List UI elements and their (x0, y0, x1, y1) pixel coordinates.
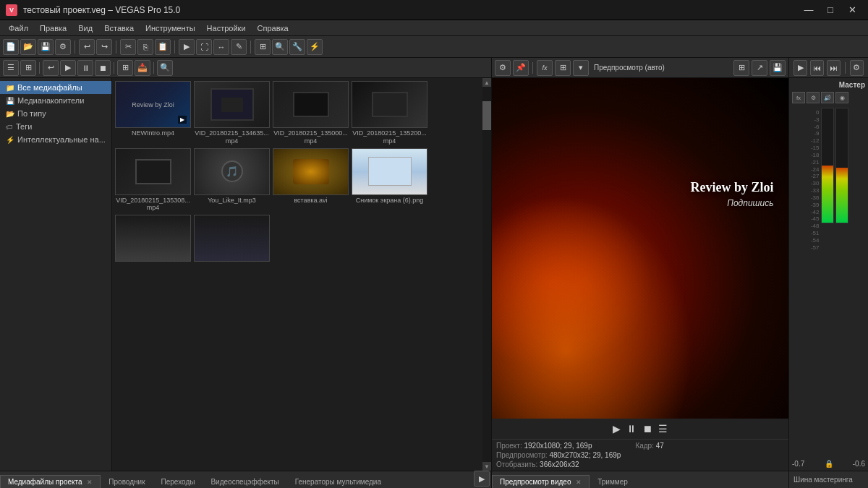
master-next[interactable]: ⏭ (827, 60, 841, 76)
media-item-vid4[interactable]: VID_20180215_135308...mp4 (115, 148, 191, 213)
media-btn2[interactable]: ⊞ (20, 60, 36, 76)
info-project: Проект: 1920x1080; 29, 169р Предпросмотр… (496, 442, 621, 468)
menu-help[interactable]: Справка (252, 22, 294, 34)
media-item-intro[interactable]: ▶ Review by Zloi NEWIntro.mp4 (115, 81, 191, 145)
preview-menu-btn[interactable]: ☰ (658, 423, 668, 435)
tab-preview-video[interactable]: Предпросмотр видео ✕ (492, 475, 590, 488)
media-item-screen[interactable]: Снимок экрана (6).png (352, 148, 427, 213)
menu-settings[interactable]: Настройки (201, 22, 252, 34)
preview-settings[interactable]: ⚙ (495, 60, 511, 76)
settings-btn[interactable]: ⚙ (55, 39, 71, 55)
preview-ctl[interactable]: ⊞ (555, 60, 571, 76)
scroll-up[interactable]: ▲ (482, 78, 491, 87)
master-fx2[interactable]: ⚙ (807, 92, 820, 103)
master-tab-label[interactable]: Шина мастеринга (793, 476, 853, 484)
media-item-audio[interactable]: 🎵 You_Like_It.mp3 (194, 148, 270, 213)
media-item-vid3[interactable]: VID_20180215_135200...mp4 (352, 81, 427, 145)
tree-item-all[interactable]: 📁Все медиафайлы (0, 81, 111, 94)
save-btn[interactable]: 💾 (38, 39, 54, 55)
menu-edit[interactable]: Правка (34, 22, 72, 34)
tree-item-tags[interactable]: 🏷Теги (0, 120, 111, 133)
close-button[interactable]: ✕ (842, 3, 862, 17)
media-btn5[interactable]: ⏸ (77, 60, 93, 76)
menu-view[interactable]: Вид (72, 22, 98, 34)
preview-stop-btn[interactable]: ⏹ (642, 423, 652, 435)
redo-btn[interactable]: ↪ (96, 39, 112, 55)
tool4[interactable]: ✎ (231, 39, 247, 55)
scroll-down[interactable]: ▼ (482, 462, 491, 471)
media-item-avi[interactable]: вставка.avi (273, 148, 349, 213)
media-import[interactable]: 📥 (135, 60, 150, 76)
new-btn[interactable]: 📄 (3, 39, 19, 55)
tab-generators[interactable]: Генераторы мультимедиа (287, 475, 389, 488)
grid-btn[interactable]: ⊞ (255, 39, 271, 55)
preview-play-btn[interactable]: ▶ (613, 423, 621, 435)
db-57: -57 (809, 244, 820, 251)
preview-area: ⚙ 📌 fx ⊞ ▾ Предпросмотр (авто) ⊞ ↗ 💾 (492, 58, 788, 488)
media-item-r3b[interactable] (194, 215, 270, 263)
preview-toolbar: ⚙ 📌 fx ⊞ ▾ Предпросмотр (авто) ⊞ ↗ 💾 (492, 58, 788, 78)
master-play[interactable]: ▶ (793, 60, 807, 76)
menu-insert[interactable]: Вставка (98, 22, 140, 34)
tool1[interactable]: ▶ (179, 39, 195, 55)
media-item-vid1[interactable]: VID_20180215_134635...mp4 (194, 81, 270, 145)
master-fx1[interactable]: fx (792, 92, 805, 103)
scroll-thumb[interactable] (482, 101, 491, 130)
tool3[interactable]: ↔ (213, 39, 229, 55)
media-scrollbar[interactable]: ▲ ▼ (482, 78, 491, 471)
tree-item-storage[interactable]: 💾Медианакопители (0, 94, 111, 107)
media-btn4[interactable]: ▶ (60, 60, 76, 76)
tree-item-smart[interactable]: ⚡Интеллектуальные на... (0, 133, 111, 146)
title-bar: V тестовый проект.veg – VEGAS Pro 15.0 —… (0, 0, 868, 20)
menu-bar: Файл Правка Вид Вставка Инструменты Наст… (0, 20, 868, 36)
master-bottom: -0.7 🔒 -0.6 (789, 457, 868, 471)
window-controls: — □ ✕ (799, 3, 862, 17)
tab-transitions[interactable]: Переходы (153, 475, 203, 488)
tab-video-fx[interactable]: Видеоспецэффекты (203, 475, 286, 488)
paste-btn[interactable]: 📋 (155, 39, 171, 55)
zoom-btn[interactable]: 🔍 (272, 39, 288, 55)
sep (39, 62, 40, 74)
media-btn6[interactable]: ⏹ (95, 60, 111, 76)
undo-btn[interactable]: ↩ (79, 39, 95, 55)
tab-expand-btn[interactable]: ▶ (474, 471, 490, 487)
master-fx3[interactable]: 🔊 (821, 92, 834, 103)
master-settings[interactable]: ⚙ (850, 60, 864, 76)
preview-save[interactable]: 💾 (770, 60, 786, 76)
tab-media-files[interactable]: Медиафайлы проекта ✕ (0, 475, 101, 488)
preview-grid[interactable]: ⊞ (733, 60, 749, 76)
preview-ext[interactable]: ↗ (752, 60, 767, 76)
preview-tab-close[interactable]: ✕ (576, 479, 582, 486)
media-btn3[interactable]: ↩ (43, 60, 59, 76)
sep3 (174, 40, 175, 53)
db-54: -54 (809, 237, 820, 244)
media-search[interactable]: 🔍 (157, 60, 173, 76)
db-18: -18 (809, 152, 820, 158)
db-9: -9 (809, 130, 820, 137)
render-btn[interactable]: ⚡ (307, 39, 323, 55)
menu-file[interactable]: Файл (3, 22, 34, 34)
minimize-button[interactable]: — (799, 3, 819, 17)
open-btn[interactable]: 📂 (20, 39, 36, 55)
tab-close-media[interactable]: ✕ (87, 479, 93, 486)
media-item-vid2[interactable]: VID_20180215_135000...mp4 (273, 81, 349, 145)
preview-pause-btn[interactable]: ⏸ (626, 423, 637, 435)
preview-snap[interactable]: 📌 (513, 60, 529, 76)
preview-fx[interactable]: fx (537, 60, 553, 76)
master-fx4[interactable]: ◉ (835, 92, 848, 103)
media-btn1[interactable]: ☰ (3, 60, 19, 76)
snap-btn[interactable]: 🔧 (289, 39, 305, 55)
cut-btn[interactable]: ✂ (120, 39, 136, 55)
master-prev[interactable]: ⏮ (810, 60, 824, 76)
tool2[interactable]: ⛶ (196, 39, 212, 55)
preview-title-text: Review by Zloi (581, 180, 774, 195)
media-item-r3a[interactable] (115, 215, 191, 263)
tab-explorer[interactable]: Проводник (101, 475, 153, 488)
tree-item-type[interactable]: 📂По типу (0, 107, 111, 120)
preview-mode[interactable]: ▾ (573, 60, 589, 76)
copy-btn[interactable]: ⎘ (137, 39, 153, 55)
media-btn7[interactable]: ⊞ (117, 60, 133, 76)
tab-trimmer[interactable]: Триммер (590, 475, 636, 488)
menu-tools[interactable]: Инструменты (140, 22, 201, 34)
maximize-button[interactable]: □ (820, 3, 841, 17)
